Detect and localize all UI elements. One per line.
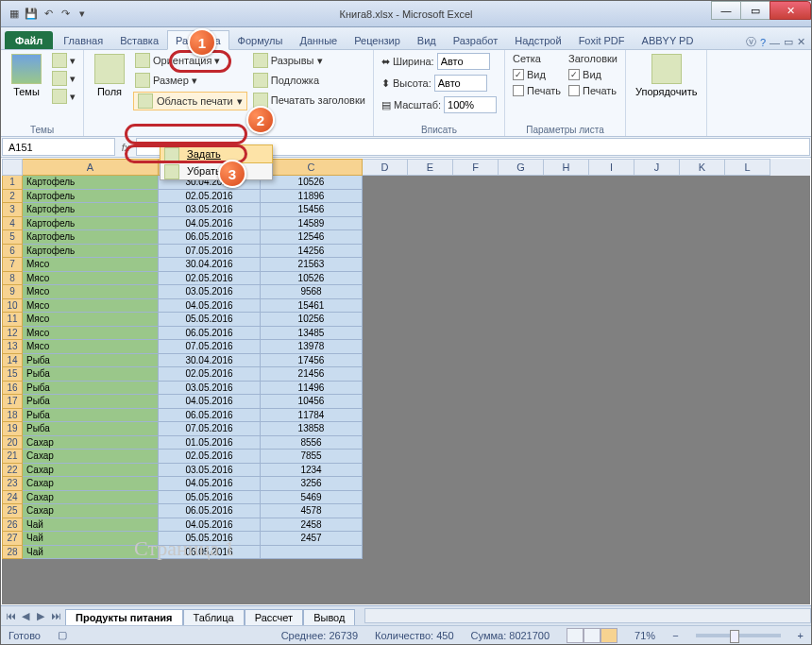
cell[interactable]: 10456 (261, 395, 363, 409)
cell[interactable]: Рыба (23, 382, 159, 396)
background-button[interactable]: Подложка (251, 72, 367, 89)
tab-review[interactable]: Рецензир (346, 30, 409, 49)
orientation-button[interactable]: Ориентация ▾ (133, 52, 247, 69)
zoom-out[interactable]: − (672, 630, 678, 641)
row-header[interactable]: 8 (2, 272, 23, 286)
cell[interactable]: 14256 (261, 245, 363, 259)
cell[interactable]: Картофель (23, 245, 159, 259)
row-header[interactable]: 16 (2, 382, 23, 396)
row-header[interactable]: 4 (2, 217, 23, 231)
cell[interactable]: 17456 (261, 354, 363, 368)
tab-data[interactable]: Данные (291, 30, 346, 49)
cell[interactable]: Рыба (23, 354, 159, 368)
cell[interactable]: Мясо (23, 258, 159, 272)
col-header-I[interactable]: I (589, 159, 634, 176)
fonts-button[interactable]: ▾ (50, 70, 77, 87)
cell[interactable]: 02.05.2016 (159, 272, 261, 286)
sheet-nav-next[interactable]: ▶ (33, 608, 48, 623)
cell[interactable]: 11784 (261, 409, 363, 423)
tab-formulas[interactable]: Формулы (229, 30, 292, 49)
qat-more-icon[interactable]: ▾ (75, 7, 90, 22)
cell[interactable]: Сахар (23, 464, 159, 478)
row-header[interactable]: 1 (2, 176, 23, 190)
cell[interactable]: Рыба (23, 422, 159, 436)
row-header[interactable]: 19 (2, 422, 23, 436)
width-input[interactable] (437, 53, 490, 70)
row-header[interactable]: 10 (2, 299, 23, 314)
col-header-K[interactable]: K (680, 159, 725, 176)
cell[interactable]: Сахар (23, 477, 159, 491)
cell[interactable]: 06.05.2016 (159, 504, 261, 518)
cell[interactable]: 30.04.2016 (159, 354, 261, 368)
themes-button[interactable]: Темы (7, 52, 46, 99)
cell[interactable]: 15461 (261, 299, 363, 314)
sheet-tab-1[interactable]: Продукты питания (65, 609, 183, 625)
grid-print-check[interactable]: Печать (511, 84, 563, 97)
head-view-check[interactable]: ✓Вид (567, 68, 619, 81)
redo-icon[interactable]: ↷ (58, 7, 73, 22)
sheet-nav-last[interactable]: ⏭ (48, 608, 63, 623)
row-header[interactable]: 24 (2, 491, 23, 505)
cell[interactable]: 7855 (261, 450, 363, 464)
cell[interactable]: 04.05.2016 (159, 477, 261, 491)
row-header[interactable]: 18 (2, 409, 23, 423)
cell[interactable]: 06.05.2016 (159, 546, 261, 560)
doc-min-icon[interactable]: — (770, 37, 780, 48)
cell[interactable]: Мясо (23, 313, 159, 327)
cell[interactable]: 13858 (261, 422, 363, 436)
col-header-E[interactable]: E (408, 159, 453, 176)
cell[interactable]: 30.04.2016 (159, 258, 261, 272)
minimize-button[interactable]: — (711, 1, 741, 20)
tab-file[interactable]: Файл (5, 31, 53, 49)
view-normal[interactable] (567, 628, 584, 643)
cell[interactable]: Картофель (23, 190, 159, 204)
cell[interactable]: Рыба (23, 395, 159, 409)
cell[interactable]: Мясо (23, 285, 159, 299)
head-print-check[interactable]: Печать (567, 84, 619, 97)
col-header-H[interactable]: H (544, 159, 589, 176)
cell[interactable]: 03.05.2016 (159, 285, 261, 299)
tab-home[interactable]: Главная (55, 30, 111, 49)
cell[interactable]: 05.05.2016 (159, 532, 261, 546)
menu-clear-print-area[interactable]: Убрать (161, 162, 272, 179)
row-header[interactable]: 26 (2, 518, 23, 533)
print-titles-button[interactable]: Печатать заголовки (251, 92, 367, 109)
cell[interactable]: 01.05.2016 (159, 436, 261, 450)
effects-button[interactable]: ▾ (50, 88, 77, 105)
cell[interactable]: Рыба (23, 367, 159, 382)
cell[interactable]: 02.05.2016 (159, 367, 261, 382)
cell[interactable]: 10526 (261, 176, 363, 190)
view-pagebreak[interactable] (601, 628, 617, 643)
row-header[interactable]: 22 (2, 464, 23, 478)
cell[interactable]: 07.05.2016 (159, 245, 261, 259)
row-header[interactable]: 21 (2, 450, 23, 464)
cell[interactable]: Картофель (23, 217, 159, 231)
row-header[interactable]: 5 (2, 230, 23, 245)
cell[interactable]: Сахар (23, 450, 159, 464)
horizontal-scrollbar[interactable] (364, 608, 811, 623)
col-header-F[interactable]: F (453, 159, 499, 176)
arrange-button[interactable]: Упорядочить (632, 52, 701, 99)
cell[interactable]: 04.05.2016 (159, 299, 261, 314)
row-header[interactable]: 25 (2, 504, 23, 518)
select-all-corner[interactable] (2, 159, 23, 176)
row-header[interactable]: 14 (2, 354, 23, 368)
cell[interactable]: 1234 (261, 464, 363, 478)
undo-icon[interactable]: ↶ (41, 7, 56, 22)
tab-insert[interactable]: Вставка (111, 30, 167, 49)
row-header[interactable]: 11 (2, 313, 23, 327)
cell[interactable]: Сахар (23, 504, 159, 518)
cell[interactable]: 02.05.2016 (159, 450, 261, 464)
cell[interactable]: 04.05.2016 (159, 518, 261, 533)
zoom-slider[interactable] (696, 634, 781, 637)
cell[interactable]: Мясо (23, 340, 159, 354)
colors-button[interactable]: ▾ (50, 52, 77, 69)
row-header[interactable]: 20 (2, 436, 23, 450)
row-header[interactable]: 23 (2, 477, 23, 491)
scale-input[interactable] (444, 96, 497, 113)
margins-button[interactable]: Поля (90, 52, 129, 99)
cell[interactable]: Чай (23, 532, 159, 546)
cell[interactable]: 10256 (261, 313, 363, 327)
row-header[interactable]: 27 (2, 532, 23, 546)
doc-restore-icon[interactable]: ▭ (784, 36, 793, 48)
